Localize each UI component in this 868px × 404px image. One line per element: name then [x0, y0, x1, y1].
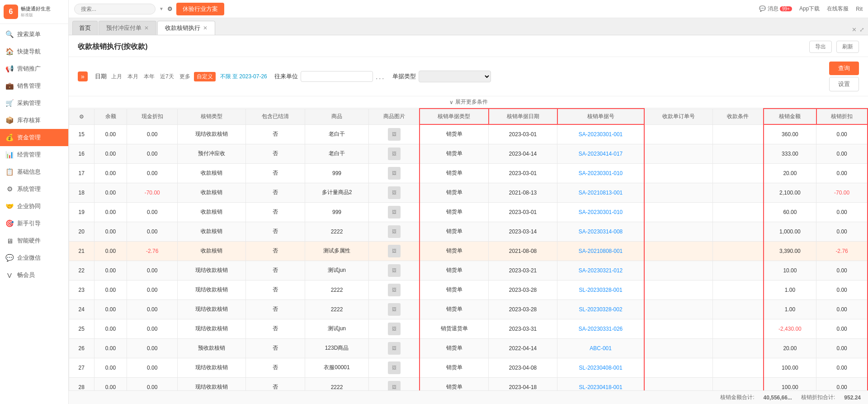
window-close-icon[interactable]: ✕ — [852, 26, 857, 33]
sidebar-item-member[interactable]: V畅会员 — [0, 266, 68, 284]
setting-button[interactable]: 设置 — [829, 77, 859, 91]
notification-badge: 99+ — [780, 6, 792, 11]
writeoff-bill-no-link[interactable]: SL-20230418-001 — [579, 384, 623, 390]
app-edition: 标准版 — [21, 12, 51, 18]
table-container: ⚙ 余额 现金折扣 核销类型 包含已结清 商品 商品图片 核销单据类型 核销单据… — [69, 108, 868, 390]
window-expand-icon[interactable]: ⤢ — [859, 26, 864, 33]
date-this-month[interactable]: 本月 — [126, 72, 140, 81]
date-last-month[interactable]: 上月 — [109, 72, 124, 81]
sidebar-item-enterprise[interactable]: 🤝企业协同 — [0, 198, 68, 215]
date-more[interactable]: 更多 — [178, 72, 192, 81]
td-include-settled: 否 — [245, 144, 305, 163]
td-writeoff-bill-date: 2023-04-08 — [489, 358, 557, 377]
td-row-num: 20 — [69, 222, 94, 241]
from-unit-input[interactable] — [301, 71, 373, 82]
td-writeoff-bill-no: SA-20230301-010 — [557, 202, 644, 222]
settings-gear-icon[interactable]: ⚙ — [167, 5, 173, 12]
filter-expand-button[interactable]: » — [78, 71, 88, 81]
td-writeoff-bill-date: 2023-04-18 — [489, 377, 557, 390]
date-this-year[interactable]: 本年 — [142, 72, 156, 81]
app-download-link[interactable]: App下载 — [799, 5, 820, 13]
date-filter-group: 日期 上月 本月 本年 近7天 更多 自定义 不限 至 2023-07-26 — [95, 72, 267, 81]
td-writeoff-discount: -70.00 — [816, 183, 868, 202]
td-include-settled: 否 — [245, 338, 305, 358]
writeoff-bill-no-link[interactable]: SL-20230328-001 — [579, 287, 623, 293]
td-row-num: 21 — [69, 241, 94, 261]
writeoff-bill-no-link[interactable]: SA-20230414-017 — [579, 151, 623, 157]
table-row: 25 0.00 0.00 现结收款核销 否 测试jun 🖼 销货退货单 2023… — [69, 319, 868, 338]
sidebar-item-guide[interactable]: 🎯新手引导 — [0, 215, 68, 232]
sidebar-item-basic[interactable]: 📋基础信息 — [0, 163, 68, 181]
sidebar-item-inventory[interactable]: 📦库存核算 — [0, 112, 68, 129]
writeoff-bill-no-link[interactable]: SA-20230321-012 — [579, 267, 623, 274]
sidebar-item-purchase[interactable]: 🛒采购管理 — [0, 95, 68, 112]
industry-plan-button[interactable]: 休验行业方案 — [176, 3, 224, 15]
td-writeoff-type: 收款核销 — [178, 202, 245, 222]
td-row-num: 26 — [69, 338, 94, 358]
writeoff-bill-no-link[interactable]: SA-20230301-001 — [579, 131, 623, 138]
td-writeoff-discount: 0.00 — [816, 377, 868, 390]
td-product: 衣服00001 — [305, 358, 369, 377]
sidebar-item-system[interactable]: ⚙系统管理 — [0, 181, 68, 198]
writeoff-bill-no-link[interactable]: SL-20230328-002 — [579, 306, 623, 313]
sidebar-label-enterprise: 企业协同 — [17, 202, 41, 210]
sidebar-label-quick-nav: 快捷导航 — [17, 48, 41, 56]
td-writeoff-amount: 20.00 — [764, 338, 816, 358]
date-7days[interactable]: 近7天 — [158, 72, 176, 81]
td-product-image: 🖼 — [369, 377, 420, 390]
sidebar-item-wechat[interactable]: 💬企业微信 — [0, 249, 68, 266]
writeoff-bill-no-link[interactable]: SA-20230301-010 — [579, 170, 623, 176]
search-input[interactable] — [74, 4, 156, 14]
table-row: 24 0.00 0.00 现结收款核销 否 2222 🖼 销货单 2023-03… — [69, 299, 868, 319]
td-product-image: 🖼 — [369, 163, 420, 183]
writeoff-bill-no-link[interactable]: SA-20210808-001 — [579, 248, 623, 254]
sidebar-item-hardware[interactable]: 🖥智能硬件 — [0, 232, 68, 249]
th-settings[interactable]: ⚙ — [69, 109, 94, 124]
tab-receipt-close-icon[interactable]: ✕ — [203, 25, 208, 31]
td-writeoff-bill-no: ABC-001 — [557, 338, 644, 358]
bill-type-select[interactable] — [419, 71, 491, 82]
refresh-button[interactable]: 刷新 — [836, 41, 859, 53]
td-product-image: 🖼 — [369, 338, 420, 358]
writeoff-bill-no-link[interactable]: ABC-001 — [590, 345, 612, 352]
export-button[interactable]: 导出 — [809, 41, 832, 53]
user-name[interactable]: Rit — [856, 6, 863, 12]
sidebar-item-sales[interactable]: 💼销售管理 — [0, 77, 68, 95]
td-row-num: 23 — [69, 280, 94, 299]
sidebar-label-hardware: 智能硬件 — [17, 237, 41, 245]
td-writeoff-bill-date: 2022-04-14 — [489, 338, 557, 358]
td-row-num: 28 — [69, 377, 94, 390]
tab-receipt[interactable]: 收款核销执行 ✕ — [157, 21, 215, 35]
date-custom[interactable]: 自定义 — [194, 72, 216, 81]
page-header: 收款核销执行(按收款) 导出 刷新 — [69, 35, 868, 57]
sidebar-item-finance[interactable]: 💰资金管理 — [0, 129, 68, 146]
td-receipt-condition — [712, 222, 763, 241]
writeoff-bill-no-link[interactable]: SL-20230408-001 — [579, 365, 623, 371]
td-cash-discount: 0.00 — [127, 261, 178, 280]
table-footer: 核销金额合计: 40,556,66... 核销折扣合计: 952.24 — [69, 390, 868, 404]
online-service-link[interactable]: 在线客服 — [827, 5, 849, 13]
td-product-image: 🖼 — [369, 358, 420, 377]
tab-prepay[interactable]: 预付冲应付单 ✕ — [99, 21, 156, 35]
td-writeoff-amount: 333.00 — [764, 144, 816, 163]
th-product-image: 商品图片 — [369, 109, 420, 124]
writeoff-bill-no-link[interactable]: SA-20230314-008 — [579, 228, 623, 235]
expand-more-bar[interactable]: ∨ 展开更多条件 — [69, 96, 868, 108]
sidebar-item-quick-nav[interactable]: 🏠快捷导航 — [0, 43, 68, 60]
sidebar-item-operation[interactable]: 📊经营管理 — [0, 146, 68, 163]
table-row: 20 0.00 0.00 收款核销 否 2222 🖼 销货单 2023-03-1… — [69, 222, 868, 241]
page-content: 收款核销执行(按收款) 导出 刷新 » 日期 上月 本月 本年 近7天 更多 自… — [69, 35, 868, 404]
table-row: 16 0.00 0.00 预付冲应收 否 老白干 🖼 销货单 2023-04-1… — [69, 144, 868, 163]
sidebar-item-search[interactable]: 🔍搜索菜单 — [0, 26, 68, 43]
td-writeoff-bill-date: 2023-03-14 — [489, 222, 557, 241]
tab-prepay-close-icon[interactable]: ✕ — [144, 25, 149, 31]
writeoff-bill-no-link[interactable]: SA-20230301-010 — [579, 209, 623, 215]
notification-area[interactable]: 💬 消息 99+ — [759, 5, 792, 13]
query-button[interactable]: 查询 — [829, 62, 859, 75]
sidebar-item-marketing[interactable]: 📢营销推广 — [0, 60, 68, 77]
td-receipt-condition — [712, 163, 763, 183]
tab-home[interactable]: 首页 — [72, 21, 98, 35]
writeoff-bill-no-link[interactable]: SA-20210813-001 — [579, 190, 623, 196]
writeoff-bill-no-link[interactable]: SA-20230331-026 — [579, 326, 623, 332]
sidebar-label-inventory: 库存核算 — [17, 116, 41, 124]
